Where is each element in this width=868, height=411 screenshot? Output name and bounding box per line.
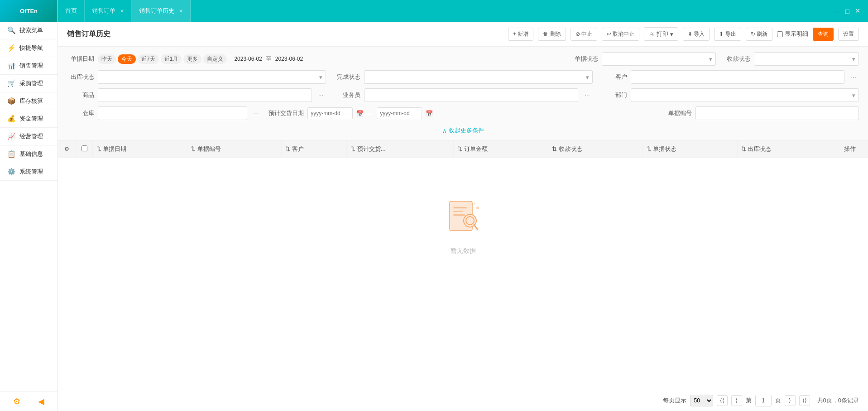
tab-sales-order-close[interactable]: ✕ — [120, 8, 124, 14]
sidebar-item-label: 快捷导航 — [19, 44, 43, 52]
complete-status-select-wrapper[interactable] — [364, 70, 592, 84]
filter-area: 单据日期 昨天 今天 近7天 近1月 更多 自定义 2023-06-02 至 2… — [58, 47, 868, 140]
new-button[interactable]: + 新增 — [508, 28, 533, 41]
warehouse-input[interactable] — [98, 106, 247, 120]
receipt-status-select[interactable] — [754, 52, 859, 66]
date-chip-more[interactable]: 更多 — [183, 54, 201, 64]
stop-button[interactable]: ⊘ 中止 — [571, 28, 597, 41]
sidebar-item-finance[interactable]: 💰 资金管理 — [0, 110, 58, 128]
date-chip-custom[interactable]: 自定义 — [203, 54, 227, 64]
no-column-header[interactable]: ⇅ 单据编号 — [187, 140, 282, 158]
tab-sales-order[interactable]: 销售订单 ✕ — [85, 0, 132, 22]
per-page-label: 每页显示 — [663, 396, 686, 405]
tab-sales-order-history[interactable]: 销售订单历史 ✕ — [132, 0, 191, 22]
receipt-status-select-wrapper[interactable] — [754, 52, 859, 66]
filter-row-4: 仓库 ··· 预计交货日期 📅 — 📅 单据编号 — [67, 106, 859, 120]
order-status-select[interactable] — [602, 52, 716, 66]
customer-label: 客户 — [600, 73, 627, 81]
settings-column-header[interactable]: ⚙ — [58, 140, 76, 158]
date-column-header[interactable]: ⇅ 单据日期 — [92, 140, 187, 158]
prev-page-button[interactable]: ⟨ — [731, 395, 742, 406]
minimize-icon[interactable]: — — [833, 7, 840, 15]
customer-input[interactable] — [631, 70, 845, 84]
receipt-status-column-header[interactable]: ⇅ 收款状态 — [548, 140, 643, 158]
select-all-checkbox[interactable] — [82, 145, 87, 151]
cancel-stop-button[interactable]: ↩ 取消中止 — [602, 28, 639, 41]
query-button[interactable]: 查询 — [813, 28, 834, 41]
date-chip-7days[interactable]: 近7天 — [138, 54, 159, 64]
department-select[interactable] — [631, 88, 859, 102]
sidebar-item-base-info[interactable]: 📋 基础信息 — [0, 145, 58, 163]
salesperson-more-button[interactable]: ··· — [582, 91, 593, 100]
amount-col-label: ⇅ — [457, 145, 464, 152]
last-page-button[interactable]: ⟩⟩ — [799, 395, 810, 406]
department-select-wrapper[interactable] — [631, 88, 859, 102]
tab-sales-order-history-close[interactable]: ✕ — [179, 8, 183, 14]
sidebar-item-sales-mgmt[interactable]: 📊 销售管理 — [0, 57, 58, 75]
maximize-icon[interactable]: □ — [845, 7, 849, 15]
date-dash: 至 — [266, 55, 272, 63]
sidebar-item-operations[interactable]: 📈 经营管理 — [0, 128, 58, 145]
sidebar-logo: OfTEn — [0, 0, 58, 22]
close-window-icon[interactable]: ✕ — [855, 7, 861, 15]
salesperson-input[interactable] — [364, 88, 578, 102]
export-button[interactable]: ⬆ 导出 — [714, 28, 741, 41]
expected-date-end-input[interactable] — [377, 107, 422, 119]
check-column-header[interactable] — [76, 140, 92, 158]
filter-row-3: 商品 ··· 业务员 ··· 部门 — [67, 88, 859, 102]
order-status-column-header[interactable]: ⇅ 单据状态 — [643, 140, 737, 158]
page-input[interactable] — [755, 395, 772, 406]
order-status-select-wrapper[interactable] — [602, 52, 716, 66]
filter-order-no: 单据编号 — [665, 106, 859, 120]
expected-date-start-input[interactable] — [307, 107, 353, 119]
delivery-status-select[interactable] — [98, 70, 326, 84]
print-dropdown-icon: ▾ — [670, 31, 673, 38]
sidebar-item-search-menu[interactable]: 🔍 搜索菜单 — [0, 22, 58, 39]
tab-home[interactable]: 首页 — [58, 0, 85, 22]
department-label: 部门 — [600, 91, 627, 99]
display-detail-label[interactable]: 显示明细 — [777, 30, 808, 38]
expected-date-column-header[interactable]: ⇅ 预计交货... — [347, 140, 454, 158]
collapse-button[interactable]: ∧ 收起更多条件 — [67, 125, 859, 135]
sidebar-item-label: 基础信息 — [19, 150, 43, 158]
settings-bottom-icon[interactable]: ⚙ — [13, 396, 20, 406]
goods-input[interactable] — [98, 88, 312, 102]
sidebar-item-system-mgmt[interactable]: ⚙️ 系统管理 — [0, 163, 58, 181]
date-label: 单据日期 — [67, 55, 94, 63]
date-dash-text: — — [367, 110, 373, 117]
order-no-input[interactable] — [695, 106, 859, 120]
settings-button[interactable]: 设置 — [838, 28, 859, 41]
customer-more-button[interactable]: ··· — [848, 73, 859, 82]
sidebar-item-quick-nav[interactable]: ⚡ 快捷导航 — [0, 39, 58, 57]
print-button[interactable]: 🖨 打印 ▾ — [644, 27, 678, 41]
date-chips: 昨天 今天 近7天 近1月 更多 自定义 — [98, 54, 227, 64]
filter-row-1: 单据日期 昨天 今天 近7天 近1月 更多 自定义 2023-06-02 至 2… — [67, 52, 859, 66]
display-detail-checkbox[interactable] — [777, 31, 783, 37]
expected-date-label: 预计交货日期 — [269, 109, 304, 117]
next-page-button[interactable]: ⟩ — [785, 395, 796, 406]
delete-button[interactable]: 🗑 删除 — [538, 28, 566, 41]
first-page-button[interactable]: ⟨⟨ — [717, 395, 728, 406]
collapse-sidebar-icon[interactable]: ◀ — [38, 396, 44, 406]
complete-status-select[interactable] — [364, 70, 592, 84]
goods-more-button[interactable]: ··· — [316, 91, 326, 100]
refresh-button[interactable]: ↻ 刷新 — [746, 28, 772, 41]
empty-row: 暂无数据 — [58, 158, 868, 292]
customer-column-header[interactable]: ⇅ 客户 — [282, 140, 347, 158]
warehouse-more-button[interactable]: ··· — [251, 109, 262, 118]
amount-column-header[interactable]: ⇅ 订单金额 — [454, 140, 548, 158]
calendar-start-icon[interactable]: 📅 — [356, 110, 364, 117]
calendar-end-icon[interactable]: 📅 — [426, 110, 433, 117]
import-button[interactable]: ⬇ 导入 — [683, 28, 710, 41]
svg-rect-1 — [453, 207, 467, 208]
date-chip-today[interactable]: 今天 — [118, 54, 136, 64]
filter-warehouse: 仓库 ··· — [67, 106, 261, 120]
per-page-select[interactable]: 50 10 20 100 — [690, 395, 713, 406]
sidebar-item-purchase-mgmt[interactable]: 🛒 采购管理 — [0, 75, 58, 92]
delivery-status-select-wrapper[interactable] — [98, 70, 326, 84]
receipt-status-col-label: ⇅ — [552, 145, 559, 152]
date-chip-1month[interactable]: 近1月 — [161, 54, 182, 64]
date-chip-yesterday[interactable]: 昨天 — [98, 54, 116, 64]
delivery-status-column-header[interactable]: ⇅ 出库状态 — [737, 140, 832, 158]
sidebar-item-inventory[interactable]: 📦 库存核算 — [0, 92, 58, 110]
